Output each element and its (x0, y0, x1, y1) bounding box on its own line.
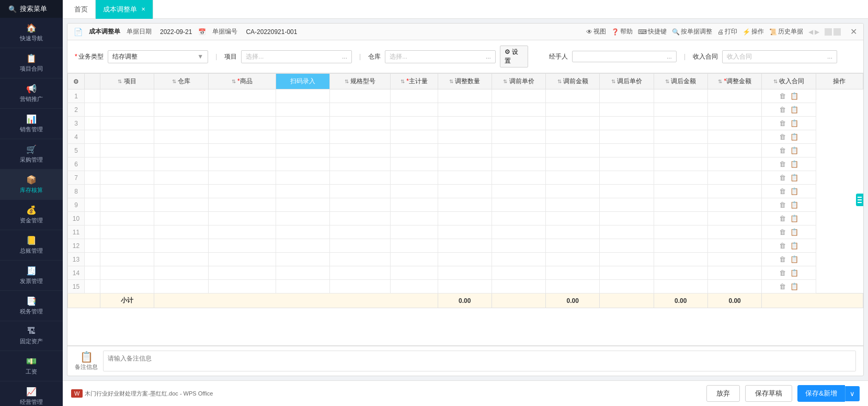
row-prev-amount[interactable] (492, 225, 545, 239)
row-product[interactable] (154, 198, 208, 212)
row-unit[interactable] (329, 157, 390, 171)
row-prev-amount[interactable] (492, 89, 545, 103)
row-prev-price[interactable] (438, 130, 492, 144)
row-unit[interactable] (329, 253, 390, 266)
col-warehouse-header[interactable]: ⇅ 仓库 (154, 74, 208, 89)
row-product[interactable] (154, 157, 208, 171)
row-prev-amount[interactable] (492, 144, 545, 157)
row-new-amount[interactable] (600, 157, 654, 171)
col-unit-header[interactable]: ⇅ *主计量 (391, 74, 438, 89)
income-contract-input[interactable]: 收入合同 ... (722, 50, 837, 63)
row-adj-amount[interactable] (654, 157, 707, 171)
row-new-amount[interactable] (600, 144, 654, 157)
row-adj-amount[interactable] (654, 89, 707, 103)
row-new-amount[interactable] (600, 130, 654, 144)
row-adj-qty[interactable] (391, 89, 438, 103)
row-delete-icon[interactable]: 🗑 (779, 133, 786, 141)
row-copy-icon[interactable]: 📋 (790, 187, 798, 195)
row-scan[interactable] (208, 117, 276, 130)
sidebar-item-invoice-mgmt[interactable]: 🧾发票管理 (0, 261, 63, 291)
row-project[interactable] (85, 171, 100, 185)
row-copy-icon[interactable]: 📋 (790, 106, 798, 114)
row-warehouse[interactable] (100, 198, 154, 212)
row-adj-qty[interactable] (391, 171, 438, 185)
row-delete-icon[interactable]: 🗑 (779, 146, 786, 154)
row-copy-icon[interactable]: 📋 (790, 146, 798, 154)
row-unit[interactable] (329, 171, 390, 185)
row-new-price[interactable] (546, 239, 600, 253)
row-new-price[interactable] (546, 103, 600, 117)
row-copy-icon[interactable]: 📋 (790, 255, 798, 263)
row-scan[interactable] (208, 280, 276, 294)
row-adj-amount[interactable] (654, 130, 707, 144)
row-new-amount[interactable] (600, 198, 654, 212)
row-product[interactable] (154, 280, 208, 294)
row-income-contract[interactable] (707, 144, 761, 157)
sidebar-item-sales-promo[interactable]: 📢营销推广 (0, 78, 63, 109)
row-product[interactable] (154, 144, 208, 157)
row-project[interactable] (85, 144, 100, 157)
row-project[interactable] (85, 130, 100, 144)
row-unit[interactable] (329, 144, 390, 157)
row-new-amount[interactable] (600, 171, 654, 185)
row-prev-price[interactable] (438, 157, 492, 171)
row-adj-amount[interactable] (654, 171, 707, 185)
row-spec[interactable] (276, 103, 329, 117)
row-product[interactable] (154, 253, 208, 266)
row-new-amount[interactable] (600, 89, 654, 103)
row-income-contract[interactable] (707, 157, 761, 171)
row-warehouse[interactable] (100, 89, 154, 103)
row-new-price[interactable] (546, 253, 600, 266)
row-prev-price[interactable] (438, 266, 492, 280)
doc-close-btn[interactable]: ✕ (850, 27, 857, 37)
row-unit[interactable] (329, 103, 390, 117)
row-new-amount[interactable] (600, 225, 654, 239)
row-warehouse[interactable] (100, 130, 154, 144)
review-btn[interactable]: 🔍 按单据调整 (672, 27, 712, 36)
row-project[interactable] (85, 239, 100, 253)
row-new-amount[interactable] (600, 117, 654, 130)
row-spec[interactable] (276, 253, 329, 266)
row-product[interactable] (154, 103, 208, 117)
row-prev-amount[interactable] (492, 157, 545, 171)
row-warehouse[interactable] (100, 266, 154, 280)
row-adj-qty[interactable] (391, 198, 438, 212)
row-prev-amount[interactable] (492, 280, 545, 294)
row-adj-amount[interactable] (654, 280, 707, 294)
row-scan[interactable] (208, 103, 276, 117)
sidebar-item-sales-mgmt[interactable]: 📊销售管理 (0, 109, 63, 139)
row-prev-amount[interactable] (492, 266, 545, 280)
sidebar-item-inventory[interactable]: 📦库存核算 (0, 170, 63, 200)
row-prev-price[interactable] (438, 89, 492, 103)
col-prev-price-header[interactable]: ⇅ 调前单价 (492, 74, 545, 89)
row-warehouse[interactable] (100, 157, 154, 171)
row-unit[interactable] (329, 239, 390, 253)
row-new-amount[interactable] (600, 280, 654, 294)
sidebar-item-project-contract[interactable]: 📋项目合同 (0, 48, 63, 78)
help-btn[interactable]: ❓ 帮助 (611, 27, 633, 36)
row-copy-icon[interactable]: 📋 (790, 215, 798, 222)
row-prev-amount[interactable] (492, 171, 545, 185)
row-adj-qty[interactable] (391, 117, 438, 130)
row-prev-amount[interactable] (492, 103, 545, 117)
notes-input[interactable] (103, 351, 856, 371)
col-prev-amount-header[interactable]: ⇅ 调前金额 (546, 74, 600, 89)
row-prev-amount[interactable] (492, 130, 545, 144)
row-scan[interactable] (208, 253, 276, 266)
tab-home[interactable]: 首页 (67, 0, 96, 19)
row-scan[interactable] (208, 144, 276, 157)
row-scan[interactable] (208, 185, 276, 198)
row-project[interactable] (85, 89, 100, 103)
row-warehouse[interactable] (100, 280, 154, 294)
sidebar-item-quick-nav[interactable]: 🏠快速导航 (0, 18, 63, 48)
row-new-amount[interactable] (600, 103, 654, 117)
row-copy-icon[interactable]: 📋 (790, 228, 798, 236)
row-new-price[interactable] (546, 117, 600, 130)
row-unit[interactable] (329, 117, 390, 130)
row-adj-amount[interactable] (654, 144, 707, 157)
row-adj-amount[interactable] (654, 253, 707, 266)
tab-close-icon[interactable]: ✕ (141, 6, 145, 12)
row-prev-price[interactable] (438, 225, 492, 239)
row-adj-amount[interactable] (654, 239, 707, 253)
right-indicator[interactable] (856, 194, 863, 206)
